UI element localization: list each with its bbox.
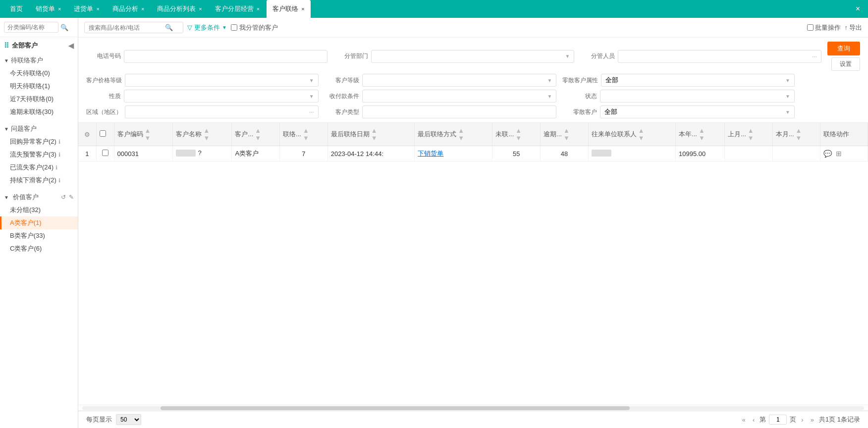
- sidebar-item-ungroup[interactable]: 未分组(32): [0, 204, 78, 216]
- filter-search-input[interactable]: [89, 24, 163, 31]
- sidebar-item-churn-warning[interactable]: 流失预警客户(3) ℹ: [0, 148, 78, 161]
- arrow-down-icon: ▼: [4, 58, 9, 63]
- sidebar-item-tomorrow[interactable]: 明天待联络(1): [0, 80, 78, 93]
- sidebar-item-c-class[interactable]: C类客户(6): [0, 242, 78, 255]
- last-page-btn[interactable]: »: [809, 416, 816, 424]
- sort-icon-5[interactable]: ▲▼: [371, 127, 378, 142]
- close-purchase[interactable]: ×: [96, 6, 99, 12]
- top-nav: 首页 销货单 × 进货单 × 商品分析 × 商品分析列表 × 客户分层经营 × …: [0, 0, 868, 18]
- dept-select[interactable]: ▼: [371, 50, 575, 63]
- nature-select[interactable]: ▼: [124, 90, 319, 103]
- last-method-link[interactable]: 下销货单: [418, 150, 443, 157]
- nav-home[interactable]: 首页: [4, 0, 29, 18]
- sidebar-search-area: 🔍: [0, 18, 78, 37]
- prev-page-btn[interactable]: ‹: [751, 416, 757, 424]
- col-name: 客户名称 ▲▼: [173, 123, 232, 146]
- sidebar-item-overdue[interactable]: 逾期未联络(30): [0, 106, 78, 118]
- sidebar-item-today[interactable]: 今天待联络(0): [0, 67, 78, 80]
- sort-icon-10[interactable]: ▲▼: [699, 127, 705, 142]
- first-page-btn[interactable]: «: [740, 416, 748, 424]
- sidebar-item-a-class[interactable]: A类客户(1): [0, 216, 78, 229]
- sidebar-section-title-pending[interactable]: ▼ 待联络客户: [0, 54, 78, 67]
- customer-type-input[interactable]: [362, 106, 557, 118]
- filter-search-icon[interactable]: 🔍: [165, 24, 173, 31]
- manager-input[interactable]: ···: [618, 50, 821, 63]
- sidebar-search-input[interactable]: [4, 22, 58, 33]
- phone-input[interactable]: [124, 50, 327, 63]
- col-overdue: 逾期... ▲▼: [541, 123, 589, 146]
- field-price-grade: 客户价格等级 ▼: [86, 74, 319, 87]
- batch-op-btn[interactable]: 批量操作: [807, 23, 841, 32]
- sort-icon-3[interactable]: ▲▼: [255, 127, 261, 142]
- sidebar-item-declining[interactable]: 持续下滑客户(2) ℹ: [0, 174, 78, 187]
- field-region: 区域（地区） ···: [86, 106, 319, 118]
- row-checkbox[interactable]: [102, 150, 108, 156]
- close-customer-tier[interactable]: ×: [257, 6, 260, 12]
- field-dept: 分管部门 ▼: [333, 50, 575, 63]
- close-customer-contact[interactable]: ×: [301, 6, 304, 12]
- setting-btn[interactable]: 设置: [831, 57, 860, 71]
- my-customers-checkbox[interactable]: [231, 24, 237, 31]
- sidebar-item-abnormal[interactable]: 回购异常客户(2) ℹ: [0, 135, 78, 148]
- sort-icon-9[interactable]: ▲▼: [638, 127, 645, 142]
- nav-sales[interactable]: 销货单 ×: [30, 0, 67, 18]
- sort-icon-11[interactable]: ▲▼: [748, 127, 754, 142]
- page-number-input[interactable]: [769, 415, 787, 425]
- chat-icon[interactable]: 💬: [823, 150, 832, 158]
- price-grade-select[interactable]: ▼: [125, 74, 319, 87]
- sort-icon[interactable]: ▲▼: [145, 127, 151, 142]
- close-product-analysis[interactable]: ×: [141, 6, 144, 12]
- sidebar-search-icon[interactable]: 🔍: [60, 24, 68, 31]
- filter-actions: 批量操作 ↑ 导出: [807, 23, 863, 32]
- close-product-analysis-list[interactable]: ×: [199, 6, 202, 12]
- export-btn[interactable]: ↑ 导出: [845, 23, 863, 32]
- nav-product-analysis[interactable]: 商品分析 ×: [107, 0, 150, 18]
- filter-more-btn[interactable]: ▽ 更多条件 ▼: [187, 23, 227, 32]
- sidebar-section-title-problem[interactable]: ▼ 问题客户: [0, 122, 78, 135]
- gear-icon[interactable]: ⚙: [84, 131, 90, 138]
- per-page-select[interactable]: 50 100 200: [116, 414, 141, 425]
- status-select[interactable]: ▼: [600, 90, 795, 103]
- select-all-checkbox[interactable]: [100, 130, 106, 137]
- next-page-btn[interactable]: ›: [799, 416, 805, 424]
- batch-checkbox[interactable]: [807, 24, 814, 31]
- nav-product-analysis-list[interactable]: 商品分析列表 ×: [151, 0, 208, 18]
- query-btn[interactable]: 查询: [827, 42, 860, 55]
- adv-filter: 电话号码 分管部门 ▼ 分管人员 ···: [78, 38, 868, 123]
- customer-grade-select[interactable]: ▼: [362, 74, 557, 87]
- nav-customer-contact[interactable]: 客户联络 ×: [267, 0, 310, 18]
- sidebar-item-b-class[interactable]: B类客户(33): [0, 229, 78, 242]
- edit-icon[interactable]: ✎: [69, 194, 74, 201]
- sort-icon-6[interactable]: ▲▼: [458, 127, 464, 142]
- sort-icon-12[interactable]: ▲▼: [796, 127, 802, 142]
- close-sales[interactable]: ×: [58, 6, 61, 12]
- row-checkbox-cell: [96, 146, 114, 161]
- horizontal-scrollbar: [78, 405, 868, 411]
- chevron-down-icon: ▼: [222, 25, 227, 30]
- field-retail-customer: 零散客户 全部 ▼: [562, 106, 795, 118]
- sort-icon-8[interactable]: ▲▼: [563, 127, 570, 142]
- nav-purchase[interactable]: 进货单 ×: [68, 0, 105, 18]
- close-all-btn[interactable]: ×: [852, 4, 864, 13]
- retail-attr-arrow-icon: ▼: [785, 78, 790, 83]
- row-contact-count-cell: 7: [280, 146, 328, 161]
- region-input[interactable]: ···: [125, 106, 319, 118]
- sort-icon-7[interactable]: ▲▼: [515, 127, 522, 142]
- col-this-year: 本年... ▲▼: [676, 123, 725, 146]
- grid-icon[interactable]: ⊞: [836, 150, 842, 158]
- col-last-contact-date: 最后联络日期 ▲▼: [327, 123, 414, 146]
- retail-customer-select[interactable]: 全部 ▼: [600, 106, 795, 118]
- sidebar-collapse-btn[interactable]: ◀: [68, 42, 74, 50]
- sort-icon-2[interactable]: ▲▼: [203, 127, 210, 142]
- table-footer: 每页显示 50 100 200 « ‹ 第 页 › » 共1页 1条记录: [78, 411, 868, 428]
- refresh-icon[interactable]: ↺: [61, 194, 66, 201]
- sidebar-item-churned[interactable]: 已流失客户(24) ℹ: [0, 161, 78, 174]
- sort-icon-4[interactable]: ▲▼: [303, 127, 309, 142]
- nav-customer-tier[interactable]: 客户分层经营 ×: [209, 0, 266, 18]
- scrollbar-thumb[interactable]: [161, 406, 630, 410]
- sidebar-section-title-value[interactable]: ▼ 价值客户 ↺ ✎: [0, 191, 78, 204]
- payment-select[interactable]: ▼: [362, 90, 557, 103]
- retail-attr-select[interactable]: 全部 ▼: [601, 74, 795, 87]
- sidebar-item-7days[interactable]: 近7天待联络(0): [0, 93, 78, 106]
- row-last-method-cell: 下销货单: [415, 146, 492, 161]
